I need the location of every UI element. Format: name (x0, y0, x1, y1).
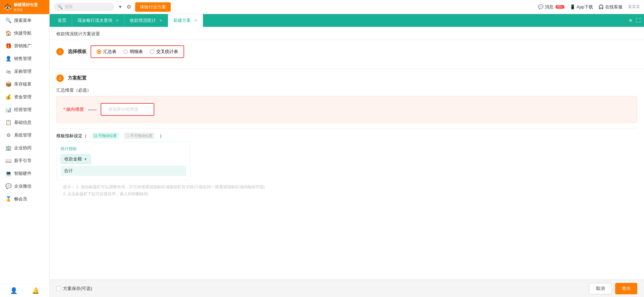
sidebar-item-member[interactable]: 🏅 畅会员 (0, 193, 49, 205)
dim-arrow: —— (88, 107, 97, 112)
close-all-tabs-icon[interactable]: ✕ (629, 18, 633, 23)
tab-bank-flow[interactable]: 现金银行流水查询 ✕ (72, 14, 124, 27)
step2-row: 2 方案配置 (56, 75, 637, 82)
support-icon: 🎧 (598, 4, 604, 9)
sidebar-bottom-icon2[interactable]: 🔔 (32, 287, 39, 294)
sidebar-label-basic-info: 基础信息 (14, 119, 32, 126)
sidebar-label-wechat: 企业微信 (14, 183, 32, 189)
step1-circle: 1 (56, 48, 64, 55)
sidebar-item-quick-nav[interactable]: 🏠 快捷导航 (0, 27, 49, 40)
sidebar-label-smart-hw: 智能硬件 (14, 170, 32, 177)
sidebar-item-smart-hw[interactable]: 💻 智能硬件 (0, 167, 49, 180)
username: 某某某 (628, 4, 640, 10)
sidebar-item-operation[interactable]: 📊 经营管理 (0, 103, 49, 116)
topbar-gear-icon[interactable]: ⚙ (126, 4, 131, 10)
topbar-dropdown-arrow[interactable]: ▼ (118, 4, 122, 9)
vertical-dim-label: * 纵向维度 (63, 106, 84, 112)
sidebar-item-sales[interactable]: 👤 销售管理 (0, 52, 49, 65)
metric-chip[interactable]: 收款金额 ▼ (61, 154, 91, 164)
radio-detail[interactable]: 明细表 (123, 49, 143, 55)
sidebar-item-enterprise[interactable]: 🏢 企业协同 (0, 142, 49, 154)
draggable-badge: 可拖动位置 (92, 133, 119, 139)
metrics-close: ） (160, 133, 164, 139)
radio-cross[interactable]: 交叉统计表 (150, 49, 178, 55)
content-area: 收款情况统计方案设置 1 选择模板 汇总表 (50, 27, 644, 280)
tip1: 提示： 1. 拖动标题栏可以调整布局，不可跨维度或指标区域拖动栏目字段(只能在同… (63, 184, 631, 190)
sidebar-item-inventory[interactable]: 📦 库存核算 (0, 78, 49, 91)
sidebar-logo: 🐯 畅捷通好生意 标准版 (0, 0, 49, 14)
metrics-label-row: 模板指标设定（ 可拖动位置 不可拖动位置 ） (56, 133, 637, 139)
sidebar-item-finance[interactable]: 💰 资金管理 (0, 91, 49, 103)
dim-selector[interactable]: 请选择分组维度 (101, 103, 154, 116)
sidebar-item-purchase[interactable]: 🛍 采购管理 (0, 65, 49, 78)
logo-text: 畅捷通好生意 (14, 2, 38, 8)
sidebar-label-member: 畅会员 (14, 196, 27, 202)
sales-icon: 👤 (5, 56, 11, 62)
tab-new-plan-label: 新建方案 (173, 17, 191, 23)
sidebar-item-newbie[interactable]: 📖 新手引导 (0, 154, 49, 167)
search-placeholder: 搜索 (65, 4, 73, 10)
topbar: 🔍 搜索 ▼ ⚙ 体验行业方案 💬 消息 99+ 📱 App下载 🎧 在线客服 … (50, 0, 644, 14)
tab-new-plan-close-icon[interactable]: ✕ (194, 18, 197, 23)
notification-item[interactable]: 💬 消息 99+ (538, 4, 565, 10)
sidebar-label-inventory: 库存核算 (14, 81, 32, 87)
sidebar-bottom-icon1[interactable]: 👤 (10, 287, 17, 294)
radio-summary-dot (98, 51, 100, 53)
non-draggable-badge: 不可拖动位置 (124, 133, 154, 139)
trial-button[interactable]: 体验行业方案 (135, 2, 171, 12)
download-item[interactable]: 📱 App下载 (570, 4, 593, 10)
tab-bar: 首页 现金银行流水查询 ✕ 收款情况统计 ✕ 新建方案 ✕ ✕ ⛶ (50, 14, 644, 27)
tab-bank-flow-close-icon[interactable]: ✕ (116, 18, 119, 23)
sidebar-label-system: 系统管理 (14, 132, 32, 138)
support-item[interactable]: 🎧 在线客服 (598, 4, 623, 10)
sidebar-label-quick-nav: 快捷导航 (14, 30, 32, 36)
system-icon: ⚙ (5, 132, 11, 138)
query-button[interactable]: 查询 (615, 283, 637, 294)
sidebar: 🐯 畅捷通好生意 标准版 🔍 搜索菜单 🏠 快捷导航 🎁 营销推广 👤 销售管理… (0, 0, 50, 297)
save-checkbox[interactable] (56, 286, 61, 291)
sidebar-item-search-menu[interactable]: 🔍 搜索菜单 (0, 14, 49, 27)
sidebar-label-operation: 经营管理 (14, 107, 32, 113)
logo-badge: 标准版 (14, 8, 38, 12)
metric-chip-down-icon: ▼ (84, 157, 87, 161)
save-option: 方案保存(可选) (56, 286, 92, 292)
draggable-label: 可拖动位置 (98, 133, 117, 138)
search-menu-icon: 🔍 (5, 17, 11, 23)
config-area: 汇总维度（必选） * 纵向维度 —— 请选择分组维度 模板指标设定（ (56, 87, 637, 202)
non-draggable-label: 不可拖动位置 (130, 133, 152, 138)
notification-badge: 99+ (555, 5, 565, 9)
tips-section: 提示： 1. 拖动标题栏可以调整布局，不可跨维度或指标区域拖动栏目字段(只能在同… (56, 180, 637, 202)
tab-receipt-stat[interactable]: 收款情况统计 ✕ (124, 14, 168, 27)
download-icon: 📱 (570, 4, 575, 9)
tab-receipt-stat-close-icon[interactable]: ✕ (159, 18, 162, 23)
enterprise-icon: 🏢 (5, 145, 11, 151)
vertical-dim-row: * 纵向维度 —— 请选择分组维度 (63, 103, 630, 116)
tab-home[interactable]: 首页 (50, 14, 72, 27)
sidebar-item-marketing[interactable]: 🎁 营销推广 (0, 40, 49, 52)
save-label: 方案保存(可选) (63, 286, 92, 292)
search-box[interactable]: 🔍 搜索 (54, 3, 114, 11)
cancel-button[interactable]: 取消 (589, 283, 612, 294)
template-selector: 汇总表 明细表 交叉统计表 (91, 45, 184, 58)
sidebar-label-marketing: 营销推广 (14, 43, 32, 49)
sidebar-label-finance: 资金管理 (14, 94, 32, 100)
metric-chip-label: 收款金额 (64, 156, 82, 162)
tab-bank-flow-label: 现金银行流水查询 (77, 17, 112, 23)
sidebar-bottom: 👤 🔔 (0, 284, 49, 297)
step2-circle: 2 (56, 75, 64, 82)
dimension-box: * 纵向维度 —— 请选择分组维度 (56, 96, 637, 123)
sidebar-item-wechat[interactable]: 💬 企业微信 (0, 180, 49, 193)
metric-total-row: 合计 (61, 166, 186, 176)
inventory-icon: 📦 (5, 81, 11, 87)
tab-home-label: 首页 (58, 17, 66, 23)
wechat-icon: 💬 (5, 183, 11, 189)
sidebar-item-system[interactable]: ⚙ 系统管理 (0, 129, 49, 142)
sidebar-label-enterprise: 企业协同 (14, 145, 32, 151)
radio-detail-label: 明细表 (130, 49, 143, 55)
tab-new-plan[interactable]: 新建方案 ✕ (168, 14, 203, 27)
radio-summary[interactable]: 汇总表 (97, 49, 116, 55)
sidebar-item-basic-info[interactable]: 📋 基础信息 (0, 116, 49, 129)
maximize-icon[interactable]: ⛶ (636, 18, 641, 23)
main-area: 🔍 搜索 ▼ ⚙ 体验行业方案 💬 消息 99+ 📱 App下载 🎧 在线客服 … (50, 0, 644, 297)
purchase-icon: 🛍 (5, 68, 11, 75)
